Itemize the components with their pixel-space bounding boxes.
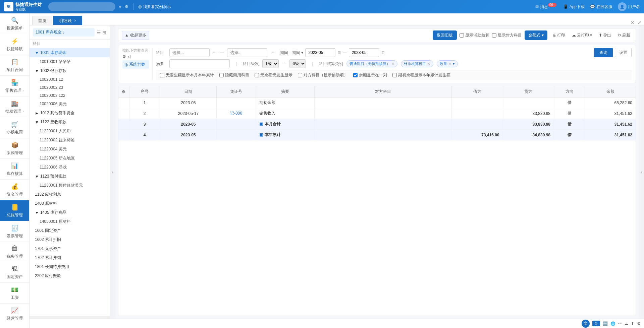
sidebar-item-retail[interactable]: 🏪 零售管理 ›: [0, 76, 29, 96]
tree-node-10020002[interactable]: 10020002 23: [30, 83, 110, 91]
sidebar-item-operation[interactable]: 📈 经营管理: [0, 304, 29, 324]
subject-from-input[interactable]: [169, 48, 210, 57]
tree-node-14050001[interactable]: 14050001 原材料: [30, 217, 110, 226]
tree-view-icon[interactable]: ⊞: [102, 30, 106, 35]
th-settings[interactable]: ⚙: [118, 86, 129, 97]
translate-btn[interactable]: 文: [582, 320, 590, 328]
bottom-settings-icon[interactable]: ⚙: [637, 321, 641, 326]
tree-node-11220001[interactable]: 11220001 人民币: [30, 127, 110, 136]
right-expand-panel[interactable]: ›: [639, 25, 644, 319]
sidebar-item-assets[interactable]: 🏗 固定资产: [0, 262, 29, 283]
window-maximize-icon[interactable]: ⤢: [637, 20, 641, 25]
globe-icon[interactable]: 🌐: [610, 321, 615, 326]
subject-to-input[interactable]: [227, 48, 267, 57]
tab-ledger[interactable]: 明细账 ✕: [53, 16, 82, 25]
period-type-select[interactable]: 期间 ▾: [292, 50, 303, 56]
back-old-btn[interactable]: 退回旧版: [433, 30, 457, 40]
tree-node-11220006[interactable]: 11220006 游戏: [30, 163, 110, 172]
year-begin-checkbox[interactable]: 期初余额显示本年累计发生额: [392, 72, 450, 78]
sidebar-item-project[interactable]: 📋 项目合同: [0, 55, 29, 76]
tree-node-1002[interactable]: ▼ 1002 银行存款: [30, 66, 110, 75]
amount-format-dropdown[interactable]: 金额式 ▾: [525, 30, 547, 40]
show-opposite-checkbox[interactable]: 显示对方科目: [492, 32, 522, 38]
tag-close-icon[interactable]: ✕: [448, 62, 451, 66]
sidebar-item-salary[interactable]: 💵 工资: [0, 283, 29, 304]
tree-node-10020001[interactable]: 10020001 12: [30, 75, 110, 83]
tree-node-11220005[interactable]: 11220005 所在地区: [30, 154, 110, 163]
quantity-expand-icon[interactable]: ▾: [453, 62, 455, 66]
tree-scroll[interactable]: ▼ 1001 库存现金 10010001 哈哈哈 ▼ 1002 银行存款 100…: [30, 48, 110, 316]
refresh-btn[interactable]: ↻ 刷新: [616, 32, 632, 39]
tree-node-1602[interactable]: 1602 累计折旧: [30, 235, 110, 244]
cloud-print-btn[interactable]: ☁ 云打印 ▾: [570, 32, 594, 39]
voucher-link[interactable]: 记-006: [230, 111, 242, 116]
balance-single-checkbox[interactable]: 余额显示在一列: [353, 72, 387, 78]
schema-system-btn[interactable]: ◎ 系统方案: [122, 60, 149, 69]
tree-node-10020006[interactable]: 10020006 美元: [30, 100, 110, 109]
td-voucher[interactable]: 记-006: [217, 108, 256, 119]
tree-node-1601[interactable]: 1601 固定资产: [30, 226, 110, 235]
collapse-more-btn[interactable]: ▲ 收起更多: [122, 31, 149, 40]
filter-tag-quantity[interactable]: 数量 ✕ ▾: [437, 60, 458, 67]
sidebar-item-tax[interactable]: 🏛 税务管理: [0, 242, 29, 262]
tree-node-11230001[interactable]: 11230001 预付账款美元: [30, 181, 110, 190]
tree-node-1701[interactable]: 1701 无形资产: [30, 244, 110, 253]
online-service-btn[interactable]: 💬 在线客服: [590, 4, 612, 10]
level-to-select[interactable]: 1级2级3级4级5级6级: [289, 59, 306, 68]
lang-btn[interactable]: 英: [592, 321, 600, 326]
tree-node-10010001[interactable]: 10010001 哈哈哈: [30, 57, 110, 66]
sidebar-item-shortcut[interactable]: ⚡ 快捷导航: [0, 34, 29, 55]
tree-node-1702[interactable]: 1702 累计摊销: [30, 253, 110, 262]
tree-node-10020003[interactable]: 10020003 122: [30, 91, 110, 100]
sidebar-item-inventory[interactable]: 📊 库存核算: [0, 159, 29, 180]
summary-input[interactable]: [169, 59, 230, 68]
sidebar-item-search[interactable]: 🔍 搜索菜单: [0, 13, 29, 34]
show-aux-checkbox[interactable]: 显示辅助核算: [460, 32, 489, 38]
tag-close-icon[interactable]: ✕: [427, 62, 430, 66]
tree-node-1001[interactable]: ▼ 1001 库存现金: [30, 48, 110, 57]
tree-node-1403[interactable]: 1403 原材料: [30, 199, 110, 208]
left-expand-panel[interactable]: ‹: [110, 25, 115, 319]
tree-node-1405[interactable]: ▼ 1405 库存商品: [30, 208, 110, 217]
chevron-down-icon[interactable]: ▾: [119, 4, 121, 10]
tag-close-icon[interactable]: ✕: [391, 62, 394, 66]
tree-node-11220002[interactable]: 11220002 往来标签: [30, 136, 110, 145]
demo-btn[interactable]: ◎ 我要看实例演示: [138, 4, 171, 10]
no-balance-checkbox[interactable]: 无余额无发生显示: [255, 72, 292, 78]
tree-node-11220004[interactable]: 11220004 美元: [30, 145, 110, 154]
opposite-show-checkbox[interactable]: 对方科目（显示辅助项）: [298, 72, 348, 78]
period-from-input[interactable]: [305, 48, 335, 57]
app-download-btn[interactable]: 📱 App下载: [563, 4, 585, 10]
settings-btn[interactable]: 设置: [615, 48, 632, 57]
sidebar-item-mall[interactable]: 🛒 小畅电商: [0, 117, 29, 138]
tree-node-1122[interactable]: ▼ 1122 应收账款: [30, 118, 110, 127]
period-calendar-icon[interactable]: 🗓: [381, 50, 385, 55]
tree-node-1132[interactable]: 1132 应收利息: [30, 190, 110, 199]
current-account-selector[interactable]: 1001 库存现金 ›: [33, 28, 95, 37]
filter-tag-ordinary[interactable]: 普通科目（无特殊核算） ✕: [346, 60, 397, 67]
export-btn[interactable]: ⬆ 导出: [597, 32, 613, 39]
period-to-input[interactable]: [349, 48, 379, 57]
font-icon[interactable]: 🔤: [603, 321, 608, 326]
sidebar-item-report[interactable]: 📝 小畅报销: [0, 324, 29, 328]
level-from-select[interactable]: 1级2级3级4级5级6级: [262, 59, 279, 68]
search-input[interactable]: [48, 2, 115, 11]
filter-tag-foreign[interactable]: 外币核算科目 ✕: [401, 60, 433, 67]
tree-node-2202[interactable]: 2202 应付账款: [30, 271, 110, 280]
sidebar-item-invoice[interactable]: 🧾 发票管理: [0, 221, 29, 242]
tab-home[interactable]: 首页: [32, 16, 52, 25]
window-close-icon[interactable]: ✕: [631, 20, 635, 25]
tree-node-1123[interactable]: ▼ 1123 预付账款: [30, 172, 110, 181]
sidebar-item-purchase[interactable]: 📦 采购管理: [0, 138, 29, 159]
filter-icon-btn[interactable]: ⚙ ◁: [122, 54, 149, 59]
sidebar-item-capital[interactable]: 💰 资金管理: [0, 180, 29, 200]
pencil-icon[interactable]: ✏: [618, 321, 622, 326]
message-btn[interactable]: ✉ 消息 99+: [535, 4, 558, 10]
sidebar-item-wholesale[interactable]: 🏬 批发管理 ›: [0, 96, 29, 117]
tab-ledger-close[interactable]: ✕: [74, 19, 76, 22]
sidebar-item-accounting[interactable]: 📒 总账管理: [0, 200, 29, 221]
list-view-icon[interactable]: ☰: [97, 30, 101, 35]
print-btn[interactable]: 🖨 打印: [550, 32, 567, 39]
hide-disabled-checkbox[interactable]: 隐藏禁用科目: [219, 72, 249, 78]
tree-node-1801[interactable]: 1801 长期待摊费用: [30, 262, 110, 271]
